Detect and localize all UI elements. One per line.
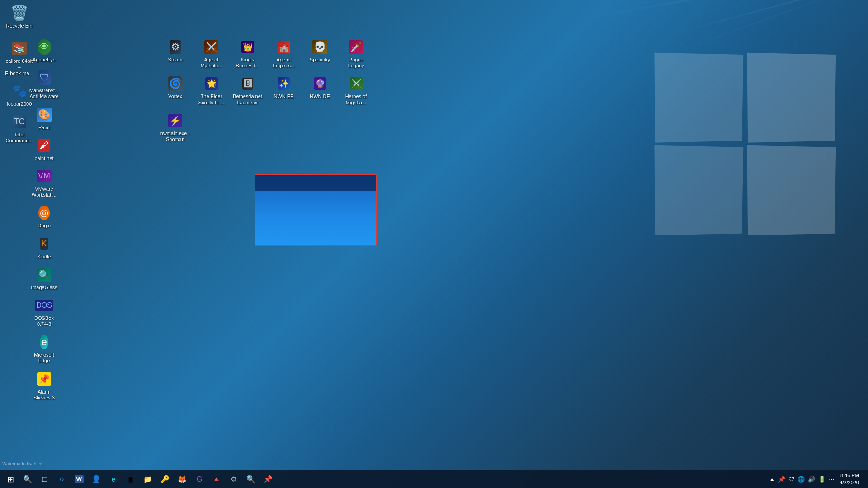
nwn-ee-icon[interactable]: ✨ NWN EE xyxy=(267,73,301,107)
age-of-empires-icon[interactable]: 🏰 Age ofEmpires... xyxy=(267,36,301,70)
steam-label: Steam xyxy=(168,57,183,63)
time: 8:46 PM xyxy=(840,472,859,479)
malwarebytes-image: 🛡 xyxy=(35,69,53,87)
vmware-icon[interactable]: VM VMwareWorkstati... xyxy=(27,165,61,200)
nwmain-label: nwmain.exe -Shortcut xyxy=(160,131,190,142)
aoe-label: Age ofEmpires... xyxy=(273,57,295,69)
vortex-icon[interactable]: 🌀 Vortex xyxy=(158,73,192,107)
malwarebytes-icon[interactable]: 🛡 Malwarebyt...Anti-Malware xyxy=(27,67,61,101)
games-row-2: 🌀 Vortex 🌟 The ElderScrolls III ... 🅱 Be… xyxy=(158,73,373,107)
kindle-label: Kindle xyxy=(37,254,51,260)
dosbox-icon[interactable]: DOS DOSBox0.74-3 xyxy=(27,295,61,329)
kings-bounty-icon[interactable]: 👑 King'sBounty T... xyxy=(231,36,264,70)
paintnet-image: 🖌 xyxy=(35,136,53,155)
clock[interactable]: 8:46 PM 4/2/2020 xyxy=(837,472,859,486)
bethesda-label: Bethesda.netLauncher xyxy=(233,94,262,105)
tray-battery-icon[interactable]: 🔋 xyxy=(817,475,826,483)
recycle-bin-image: 🗑️ xyxy=(10,4,28,22)
imageglass-icon[interactable]: 🔍 ImageGlass xyxy=(27,264,61,292)
foobar2000-image: 🐾 xyxy=(10,82,28,100)
nwmain-icon[interactable]: ⚡ nwmain.exe -Shortcut xyxy=(158,110,192,144)
rogue-label: RogueLegacy xyxy=(348,57,364,69)
tray-icon-1[interactable]: ▲ xyxy=(768,475,776,483)
task-view-button[interactable]: ❑ xyxy=(37,471,53,488)
rogue-image: 🗡️ xyxy=(347,38,365,56)
origin-image: ◎ xyxy=(35,204,53,222)
kindle-icon[interactable]: K Kindle xyxy=(27,233,61,262)
settings-button[interactable]: ⚙ xyxy=(226,471,242,488)
games-row-1: ⚙ Steam ⚔️ Age ofMytholo... 👑 King'sBoun… xyxy=(158,36,373,70)
tray-more-icons[interactable]: ⋯ xyxy=(828,475,835,483)
chrome-button[interactable]: ◉ xyxy=(123,471,139,488)
origin-icon[interactable]: ◎ Origin xyxy=(27,202,61,230)
steam-icon[interactable]: ⚙ Steam xyxy=(158,36,192,70)
kings-label: King'sBounty T... xyxy=(236,57,259,69)
system-tray: ▲ 📌 🛡 🌐 🔊 🔋 ⋯ xyxy=(768,475,835,483)
kings-image: 👑 xyxy=(239,38,257,56)
spelunky-image: 💀 xyxy=(311,38,329,56)
keepass-button[interactable]: 🔑 xyxy=(157,471,173,488)
heroes-image: ⚔️ xyxy=(347,75,365,93)
nwn-de-icon[interactable]: 🔮 NWN DE xyxy=(303,73,337,107)
elderscrolls-image: 🌟 xyxy=(203,75,221,93)
search2-button[interactable]: 🔍 xyxy=(243,471,259,488)
paint-image: 🎨 xyxy=(35,106,53,124)
heroes-label: Heroes ofMight a... xyxy=(345,94,367,105)
taskbar-edge-button[interactable]: e xyxy=(105,471,122,488)
paintnet-label: paint.net xyxy=(34,155,53,161)
popup-window[interactable] xyxy=(255,174,377,246)
age-of-mythology-icon[interactable]: ⚔️ Age ofMytholo... xyxy=(194,36,228,70)
word-button[interactable]: W xyxy=(71,471,87,488)
bethesda-image: 🅱 xyxy=(239,75,257,93)
spelunky-icon[interactable]: 💀 Spelunky xyxy=(303,36,337,70)
bethesda-icon[interactable]: 🅱 Bethesda.netLauncher xyxy=(231,73,264,107)
spelunky-label: Spelunky xyxy=(310,57,330,63)
tray-network-icon[interactable]: 🌐 xyxy=(797,475,806,483)
alarm-stickies-image: 📌 xyxy=(35,370,53,388)
vmware-label: VMwareWorkstati... xyxy=(32,186,57,198)
people-button[interactable]: 👤 xyxy=(88,471,104,488)
tray-security-icon[interactable]: 🛡 xyxy=(788,475,795,483)
file-explorer-button[interactable]: 📁 xyxy=(140,471,156,488)
vmware-image: VM xyxy=(35,167,53,185)
elder-scrolls-icon[interactable]: 🌟 The ElderScrolls III ... xyxy=(194,73,228,107)
paint-icon[interactable]: 🎨 Paint xyxy=(27,104,61,132)
watermark-text: Watermark disabled xyxy=(2,461,42,466)
alarm-stickies-label: AlarmStickies 3 xyxy=(33,389,55,401)
nwmain-image: ⚡ xyxy=(166,112,184,130)
games-row-3: ⚡ nwmain.exe -Shortcut xyxy=(158,110,373,144)
paintnet-icon[interactable]: 🖌 paint.net xyxy=(27,135,61,163)
calibre-image: 📚 xyxy=(10,39,28,57)
heroes-might-icon[interactable]: ⚔️ Heroes ofMight a... xyxy=(339,73,373,107)
agaueye-label: AgaueEye xyxy=(33,57,56,63)
start-button[interactable]: ⊞ xyxy=(2,471,19,488)
search-button[interactable]: 🔍 xyxy=(19,471,36,488)
kindle-image: K xyxy=(35,235,53,253)
imageglass-label: ImageGlass xyxy=(31,285,57,291)
tray-volume-icon[interactable]: 🔊 xyxy=(807,475,816,483)
imageglass-image: 🔍 xyxy=(35,266,53,284)
edge-icon[interactable]: e MicrosoftEdge xyxy=(27,331,61,366)
cortana-button[interactable]: ○ xyxy=(54,471,70,488)
alarm-stickies-icon[interactable]: 📌 AlarmStickies 3 xyxy=(27,368,61,403)
aom-label: Age ofMytholo... xyxy=(201,57,222,69)
windows-logo-area xyxy=(461,0,868,352)
recycle-bin-icon[interactable]: 🗑️ Recycle Bin xyxy=(2,2,36,31)
pinned-app-button[interactable]: 📌 xyxy=(260,471,276,488)
elderscrolls-label: The ElderScrolls III ... xyxy=(198,94,224,105)
tray-pinned-icon[interactable]: 📌 xyxy=(777,475,786,483)
edge-image: e xyxy=(35,333,53,351)
agaueye-icon[interactable]: 👁 AgaueEye xyxy=(27,36,61,65)
popup-dark-bar xyxy=(255,175,376,191)
nwnee-label: NWN EE xyxy=(274,94,294,99)
dosbox-label: DOSBox0.74-3 xyxy=(34,315,54,327)
vortex-label: Vortex xyxy=(168,94,182,99)
rogue-legacy-icon[interactable]: 🗡️ RogueLegacy xyxy=(339,36,373,70)
taskbar: ⊞ 🔍 ❑ ○ W 👤 e ◉ 📁 xyxy=(0,470,868,488)
agaueye-image: 👁 xyxy=(35,38,53,56)
malwarebytes-label: Malwarebyt...Anti-Malware xyxy=(29,88,59,99)
show-desktop-button[interactable] xyxy=(861,473,863,486)
gog-button[interactable]: G xyxy=(191,471,208,488)
firefox-button[interactable]: 🦊 xyxy=(174,471,190,488)
vlc-button[interactable]: 🔺 xyxy=(208,471,225,488)
